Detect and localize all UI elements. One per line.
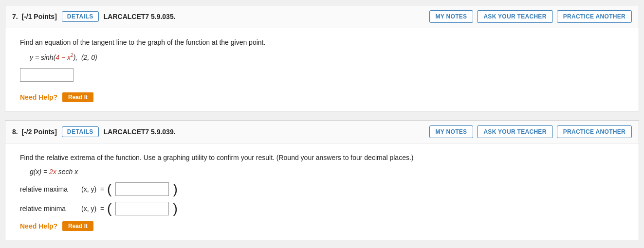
- q7-details-button[interactable]: DETAILS: [62, 11, 99, 22]
- q8-math: g(x) = 2x sech x: [30, 168, 624, 176]
- q8-header-actions: MY NOTES ASK YOUR TEACHER PRACTICE ANOTH…: [429, 125, 632, 138]
- q8-minima-input[interactable]: [115, 202, 169, 215]
- q7-header-actions: MY NOTES ASK YOUR TEACHER PRACTICE ANOTH…: [429, 10, 632, 23]
- question-7: 7. [-/1 Points] DETAILS LARCALCET7 5.9.0…: [5, 5, 639, 111]
- q8-read-it-button[interactable]: Read It: [62, 221, 93, 231]
- q8-maxima-xy: (x, y) =: [81, 185, 104, 193]
- q8-details-button[interactable]: DETAILS: [62, 126, 99, 137]
- q7-points: [-/1 Points]: [21, 13, 56, 20]
- question-7-body: Find an equation of the tangent line to …: [5, 28, 639, 111]
- q7-read-it-button[interactable]: Read It: [62, 92, 93, 102]
- q7-answer-input[interactable]: [20, 68, 74, 82]
- q8-prompt: Find the relative extrema of the functio…: [20, 152, 624, 163]
- q8-minima-label: relative minima: [20, 205, 78, 213]
- q8-code: LARCALCET7 5.9.039.: [104, 128, 424, 136]
- q7-practice-another-button[interactable]: PRACTICE ANOTHER: [557, 10, 632, 23]
- q8-minima-xy: (x, y) =: [81, 205, 104, 213]
- q7-code: LARCALCET7 5.9.035.: [104, 13, 424, 20]
- q8-my-notes-button[interactable]: MY NOTES: [429, 125, 474, 138]
- q7-need-help-label: Need Help?: [20, 93, 57, 101]
- q8-need-help-row: Need Help? Read It: [20, 221, 624, 231]
- q8-maxima-row: relative maxima (x, y) = ( ): [20, 182, 624, 196]
- q8-maxima-open-paren: (: [107, 182, 111, 196]
- q8-points: [-/2 Points]: [21, 128, 56, 136]
- q8-minima-open-paren: (: [107, 202, 111, 215]
- q7-my-notes-button[interactable]: MY NOTES: [429, 10, 474, 23]
- q7-math: y = sinh(4 − x2), (2, 0): [30, 53, 624, 61]
- q7-answer-box-wrapper: [20, 68, 624, 89]
- q8-minima-row: relative minima (x, y) = ( ): [20, 202, 624, 215]
- q8-need-help-label: Need Help?: [20, 222, 57, 230]
- q8-ask-teacher-button[interactable]: ASK YOUR TEACHER: [477, 125, 552, 138]
- q8-maxima-input[interactable]: [115, 182, 169, 196]
- q7-need-help-row: Need Help? Read It: [20, 92, 624, 102]
- q8-maxima-label: relative maxima: [20, 185, 78, 193]
- q8-practice-another-button[interactable]: PRACTICE ANOTHER: [557, 125, 632, 138]
- q7-prompt: Find an equation of the tangent line to …: [20, 37, 624, 48]
- question-8-header: 8. [-/2 Points] DETAILS LARCALCET7 5.9.0…: [5, 121, 639, 143]
- question-8-body: Find the relative extrema of the functio…: [5, 143, 639, 240]
- question-8: 8. [-/2 Points] DETAILS LARCALCET7 5.9.0…: [5, 120, 639, 240]
- question-8-number: 8. [-/2 Points]: [12, 128, 57, 136]
- q8-maxima-close-paren: ): [173, 182, 177, 196]
- q8-num: 8.: [12, 128, 18, 136]
- q8-minima-close-paren: ): [173, 202, 177, 215]
- q7-num: 7.: [12, 13, 18, 20]
- question-7-header: 7. [-/1 Points] DETAILS LARCALCET7 5.9.0…: [5, 5, 639, 28]
- q7-ask-teacher-button[interactable]: ASK YOUR TEACHER: [477, 10, 552, 23]
- question-7-number: 7. [-/1 Points]: [12, 13, 57, 20]
